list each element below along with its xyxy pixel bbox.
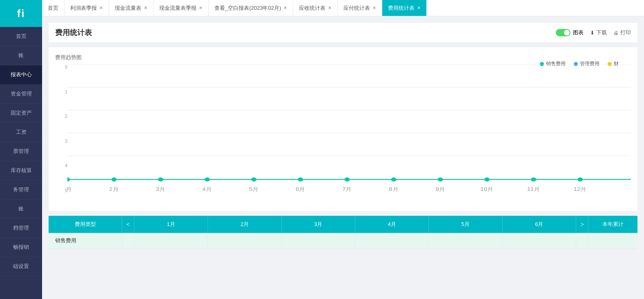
svg-text:2月: 2月	[109, 186, 119, 192]
page-content: 费用统计表 图表 ⬇ 下载 🖨 打印 费用趋势图	[42, 16, 644, 299]
svg-point-8	[111, 177, 117, 182]
tab-cashflow[interactable]: 现金流量表 ✕	[109, 0, 154, 16]
sidebar-item-home[interactable]: 首页	[0, 27, 42, 46]
th-nav-next[interactable]: >	[576, 216, 588, 233]
svg-point-17	[531, 177, 536, 182]
chart-section: 费用趋势图 销售费用 管理费用 财	[49, 47, 637, 211]
close-tab-blank-report[interactable]: ✕	[283, 5, 287, 11]
tab-expense[interactable]: 费用统计表 ✕	[382, 0, 427, 16]
svg-point-16	[484, 177, 490, 182]
th-nav-prev[interactable]: <	[122, 216, 134, 233]
svg-point-7	[67, 177, 70, 182]
close-tab-expense[interactable]: ✕	[417, 5, 421, 11]
header-actions: 图表 ⬇ 下载 🖨 打印	[556, 29, 631, 36]
tab-cashflow-q[interactable]: 现金流量表季报 ✕	[154, 0, 209, 16]
y-label-2: 2	[55, 114, 67, 119]
tab-profit[interactable]: 利润表季报 ✕	[65, 0, 109, 16]
td-sales-m3	[282, 233, 355, 248]
tab-home[interactable]: 首页	[42, 0, 65, 16]
close-tab-cashflow-q[interactable]: ✕	[199, 5, 203, 11]
svg-point-9	[158, 177, 163, 182]
print-icon: 🖨	[613, 30, 619, 36]
sidebar-item-archives[interactable]: 档管理	[0, 219, 42, 238]
sidebar-item-salary[interactable]: 工资	[0, 123, 42, 142]
expense-table: 费用类型 < 1月 2月 3月 4月 5月 6月 > 本年累计 销售费用	[49, 216, 637, 249]
td-sales-total	[588, 233, 637, 248]
chart-toggle-wrap: 图表	[556, 29, 584, 36]
svg-point-13	[345, 177, 350, 182]
sidebar: fi 首页 账 报表中心 资金管理 固定资产 工资 票管理 库存核算 务管理 账…	[0, 0, 42, 299]
sidebar-item-returns[interactable]: 畅报销	[0, 238, 42, 257]
svg-text:7月: 7月	[342, 186, 352, 192]
toggle-label: 图表	[573, 29, 584, 36]
sidebar-item-accounts[interactable]: 账	[0, 199, 42, 219]
svg-text:11月: 11月	[527, 186, 540, 192]
th-month-4: 4月	[355, 216, 429, 233]
close-tab-profit[interactable]: ✕	[99, 5, 103, 11]
tab-receivable[interactable]: 应收统计表 ✕	[293, 0, 338, 16]
svg-point-10	[205, 177, 210, 182]
svg-text:12月: 12月	[574, 186, 587, 192]
td-sales-m1	[134, 233, 208, 248]
y-axis: 5 4 3 2 1 0	[55, 64, 67, 204]
td-sales-m5	[429, 233, 502, 248]
page-header: 费用统计表 图表 ⬇ 下载 🖨 打印	[49, 23, 637, 42]
td-type-sales: 销售费用	[49, 233, 122, 248]
chart-toggle[interactable]	[556, 29, 570, 36]
close-tab-cashflow[interactable]: ✕	[144, 5, 147, 11]
td-sales-m2	[208, 233, 281, 248]
sidebar-item-reports[interactable]: 报表中心	[0, 65, 42, 84]
close-tab-payable[interactable]: ✕	[372, 5, 376, 11]
y-label-3: 3	[55, 139, 67, 144]
svg-text:9月: 9月	[435, 186, 445, 192]
y-label-1: 1	[55, 89, 67, 94]
sidebar-item-assets[interactable]: 固定资产	[0, 104, 42, 123]
download-button[interactable]: ⬇ 下载	[590, 29, 607, 36]
svg-text:4月: 4月	[203, 186, 212, 192]
svg-text:3月: 3月	[156, 186, 165, 192]
th-month-2: 2月	[208, 216, 281, 233]
sidebar-item-settings[interactable]: 础设置	[0, 257, 42, 276]
y-label-4: 4	[55, 163, 67, 168]
sidebar-item-services[interactable]: 务管理	[0, 180, 42, 199]
svg-point-11	[251, 177, 256, 182]
chart-area: 1月 2月 3月 4月 5月 6月 7月 8月 9月 10月 11月 12月	[67, 64, 631, 204]
svg-text:1月: 1月	[67, 186, 72, 192]
main-area: 首页 利润表季报 ✕ 现金流量表 ✕ 现金流量表季报 ✕ 查看_空白报表(202…	[42, 0, 644, 299]
td-spacer-prev	[122, 233, 134, 248]
close-tab-receivable[interactable]: ✕	[328, 5, 332, 11]
table-header: 费用类型 < 1月 2月 3月 4月 5月 6月 > 本年累计	[49, 216, 637, 233]
svg-point-14	[391, 177, 397, 182]
sidebar-item-tickets[interactable]: 票管理	[0, 142, 42, 161]
chart-svg: 1月 2月 3月 4月 5月 6月 7月 8月 9月 10月 11月 12月	[67, 64, 631, 203]
page-title: 费用统计表	[55, 28, 92, 38]
th-month-5: 5月	[429, 216, 502, 233]
tab-payable[interactable]: 应付统计表 ✕	[338, 0, 382, 16]
th-month-3: 3月	[282, 216, 355, 233]
print-button[interactable]: 🖨 打印	[613, 29, 631, 36]
th-type: 费用类型	[49, 216, 122, 233]
y-label-0: 0	[55, 64, 67, 69]
th-month-6: 6月	[503, 216, 576, 233]
sidebar-item-inventory[interactable]: 库存核算	[0, 161, 42, 180]
next-month-button[interactable]: >	[579, 221, 584, 228]
td-spacer-next	[576, 233, 588, 248]
svg-text:10月: 10月	[480, 186, 493, 192]
prev-month-button[interactable]: <	[125, 221, 130, 228]
th-total: 本年累计	[588, 216, 637, 233]
td-sales-m6	[503, 233, 576, 248]
sidebar-item-funds[interactable]: 资金管理	[0, 84, 42, 104]
y-label-5: 5	[55, 188, 67, 193]
tab-bar: 首页 利润表季报 ✕ 现金流量表 ✕ 现金流量表季报 ✕ 查看_空白报表(202…	[42, 0, 644, 16]
chart-wrapper: 5 4 3 2 1 0	[55, 64, 631, 204]
td-sales-m4	[355, 233, 429, 248]
th-month-1: 1月	[134, 216, 208, 233]
svg-text:6月: 6月	[296, 186, 305, 192]
sidebar-item-ledger[interactable]: 账	[0, 46, 42, 65]
svg-point-18	[578, 177, 583, 182]
svg-text:5月: 5月	[249, 186, 259, 192]
tab-blank-report[interactable]: 查看_空白报表(2023年02月) ✕	[209, 0, 293, 16]
table-row: 销售费用	[49, 233, 637, 249]
svg-text:8月: 8月	[389, 186, 399, 192]
svg-point-12	[298, 177, 303, 182]
